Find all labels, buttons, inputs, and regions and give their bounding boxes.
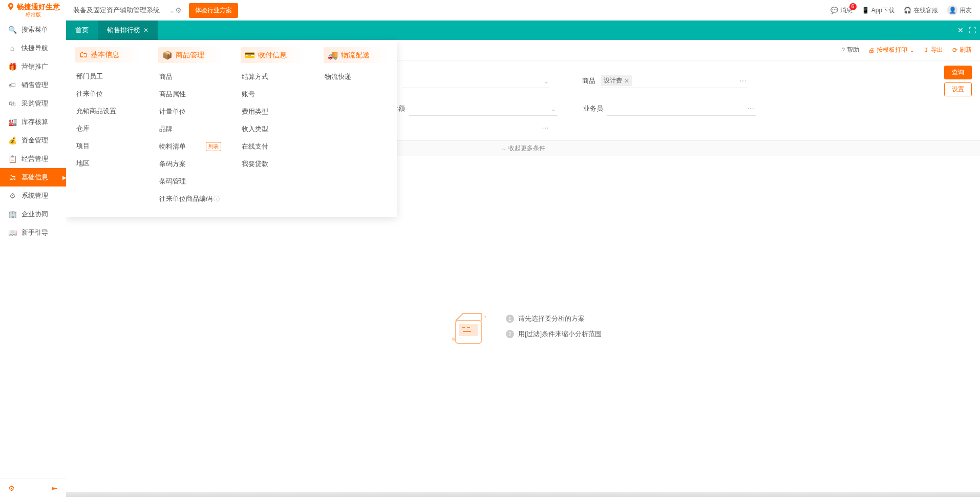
message-button[interactable]: 💬 消息 6 xyxy=(830,6,853,15)
flyout-link[interactable]: 在线支付 xyxy=(241,138,305,155)
money-icon: 💰 xyxy=(8,136,16,144)
svg-rect-4 xyxy=(467,327,470,328)
sidebar-item-guide[interactable]: 📖新手引导 xyxy=(0,223,66,242)
sidebar-item-sales[interactable]: 🏷销售管理 xyxy=(0,76,66,94)
flyout-col-basic: 🗂基本信息 部门员工 往来单位 允销商品设置 仓库 项目 地区 xyxy=(66,47,149,208)
export-icon: ↧ xyxy=(924,47,929,54)
tag-remove-icon[interactable]: ✕ xyxy=(624,77,629,85)
flyout-link[interactable]: 计量单位 xyxy=(158,103,223,120)
flyout-link[interactable]: 我要贷款 xyxy=(241,155,305,173)
flyout-heading-logistics: 🚚物流配送 xyxy=(324,47,388,63)
flyout-heading-label: 物流配送 xyxy=(341,51,370,60)
sidebar-item-marketing[interactable]: 🎁营销推广 xyxy=(0,57,66,76)
system-selector[interactable]: 装备及固定资产辅助管理系统 ⌄ xyxy=(73,6,175,15)
sidebar-item-purchase[interactable]: 🛍采购管理 xyxy=(0,94,66,113)
system-name: 装备及固定资产辅助管理系统 xyxy=(73,6,160,15)
tabbar-close-all-icon[interactable]: ✕ xyxy=(957,26,964,34)
flyout-link[interactable]: 仓库 xyxy=(75,120,140,137)
query-button[interactable]: 查询 xyxy=(944,66,972,79)
flyout-link[interactable]: 地区 xyxy=(75,155,140,172)
message-icon: 💬 xyxy=(830,7,838,14)
print-button[interactable]: 🖨按模板打印⌄ xyxy=(868,46,914,54)
flyout-link[interactable]: 物料清单列表 xyxy=(158,138,223,155)
flyout-link[interactable]: 结算方式 xyxy=(241,68,305,86)
flyout-link[interactable]: 收入类型 xyxy=(241,120,305,138)
help-button[interactable]: ?帮助 xyxy=(841,46,859,54)
sidebar-item-search[interactable]: 🔍搜索菜单 xyxy=(0,20,66,39)
config-button[interactable]: 设置 xyxy=(944,82,972,96)
box-icon: 📦 xyxy=(162,50,173,60)
flyout-link[interactable]: 物流快递 xyxy=(324,68,388,86)
more-icon[interactable]: ⋯ xyxy=(747,105,755,113)
sidebar-item-quicknav[interactable]: ⌂快捷导航 xyxy=(0,39,66,57)
flyout-link[interactable]: 部门员工 xyxy=(75,68,140,85)
more-icon[interactable]: ⋯ xyxy=(739,77,747,85)
flyout-link[interactable]: 账号 xyxy=(241,86,305,103)
search-icon: 🔍 xyxy=(8,26,16,34)
close-icon[interactable]: ✕ xyxy=(143,27,148,34)
tabbar-fullscreen-icon[interactable]: ⛶ xyxy=(969,26,976,34)
sidebar-item-collab[interactable]: 🏢企业协同 xyxy=(0,205,66,223)
more-icon[interactable]: ⋯ xyxy=(542,124,549,132)
flyout-link[interactable]: 条码管理 xyxy=(158,173,223,190)
sidebar-settings-icon[interactable]: ⚙ xyxy=(8,484,15,492)
step-badge-1-icon: 1 xyxy=(506,315,514,323)
flyout-link[interactable]: 费用类型 xyxy=(241,103,305,120)
sidebar-item-basic[interactable]: 🗂基础信息▶ xyxy=(0,168,66,187)
flyout-link[interactable]: 品牌 xyxy=(158,120,223,138)
chevron-down-icon: ⌄ xyxy=(543,77,549,85)
experience-button[interactable]: 体验行业方案 xyxy=(189,3,238,18)
print-label: 按模板打印 xyxy=(877,46,907,54)
filter-field-extra[interactable]: ⋯ xyxy=(402,121,550,135)
filter-field-amount[interactable]: ⌄ xyxy=(409,101,558,116)
sidebar-item-operate[interactable]: 📋经营管理 xyxy=(0,150,66,168)
filter-field-salesman[interactable]: ⋯ xyxy=(607,101,756,116)
logo-icon xyxy=(7,3,15,12)
user-menu[interactable]: 👤 用友 xyxy=(947,5,972,15)
card-icon: 🗂 xyxy=(79,50,88,59)
sidebar-item-funds[interactable]: 💰资金管理 xyxy=(0,131,66,150)
flyout-link[interactable]: 商品 xyxy=(158,68,223,86)
export-button[interactable]: ↧导出 xyxy=(924,46,943,54)
flyout-link[interactable]: 条码方案 xyxy=(158,155,223,173)
settings-icon: ⚙ xyxy=(8,192,16,200)
flyout-heading-product: 📦商品管理 xyxy=(158,47,223,63)
logo-sub: 标准版 xyxy=(26,11,41,18)
online-service-button[interactable]: 🎧 在线客服 xyxy=(904,6,938,15)
export-label: 导出 xyxy=(931,46,943,54)
chevron-right-icon: ▶ xyxy=(62,175,67,180)
filter-tag: 设计费✕ xyxy=(601,75,632,86)
empty-illustration xyxy=(444,303,491,349)
tab-home[interactable]: 首页 xyxy=(66,20,98,40)
flyout-heading-label: 基本信息 xyxy=(91,50,119,59)
app-download-button[interactable]: 📱 App下载 xyxy=(862,6,894,15)
question-icon: ? xyxy=(841,47,845,54)
flyout-link[interactable]: 商品属性 xyxy=(158,86,223,103)
help-label: 帮助 xyxy=(847,46,859,54)
tab-sales-ranking[interactable]: 销售排行榜 ✕ xyxy=(98,20,158,40)
flyout-link[interactable]: 往来单位商品编码ⓘ xyxy=(158,190,223,208)
app-download-label: App下载 xyxy=(871,6,894,15)
sidebar-item-label: 采购管理 xyxy=(22,99,48,108)
refresh-button[interactable]: ⟳刷新 xyxy=(952,46,972,54)
sidebar-item-system[interactable]: ⚙系统管理 xyxy=(0,187,66,205)
flyout-col-product: 📦商品管理 商品 商品属性 计量单位 品牌 物料清单列表 条码方案 条码管理 往… xyxy=(149,47,232,208)
filter-field-1[interactable]: ⌄ xyxy=(402,74,550,88)
sidebar-item-label: 库存核算 xyxy=(22,117,48,127)
sidebar-item-label: 基础信息 xyxy=(22,173,48,182)
filter-field-product[interactable]: 设计费✕ ⋯ xyxy=(600,74,748,88)
empty-step-1-text: 请先选择要分析的方案 xyxy=(518,314,585,323)
sidebar-item-inventory[interactable]: 🏭库存核算 xyxy=(0,113,66,131)
flyout-link[interactable]: 往来单位 xyxy=(75,85,140,102)
tab-label: 销售排行榜 xyxy=(107,26,140,35)
sidebar-collapse-icon[interactable]: ⇤ xyxy=(52,484,58,492)
avatar-icon: 👤 xyxy=(947,5,957,15)
flyout-link[interactable]: 项目 xyxy=(75,137,140,155)
gear-icon[interactable]: ⚙ xyxy=(175,6,182,14)
horizontal-scrollbar[interactable] xyxy=(66,492,980,497)
sidebar-item-label: 新手引导 xyxy=(22,228,48,237)
sidebar-bottom: ⚙ ⇤ xyxy=(0,479,66,497)
clipboard-icon: 📋 xyxy=(8,155,16,163)
flyout-link[interactable]: 允销商品设置 xyxy=(75,102,140,120)
headset-icon: 🎧 xyxy=(904,7,911,14)
